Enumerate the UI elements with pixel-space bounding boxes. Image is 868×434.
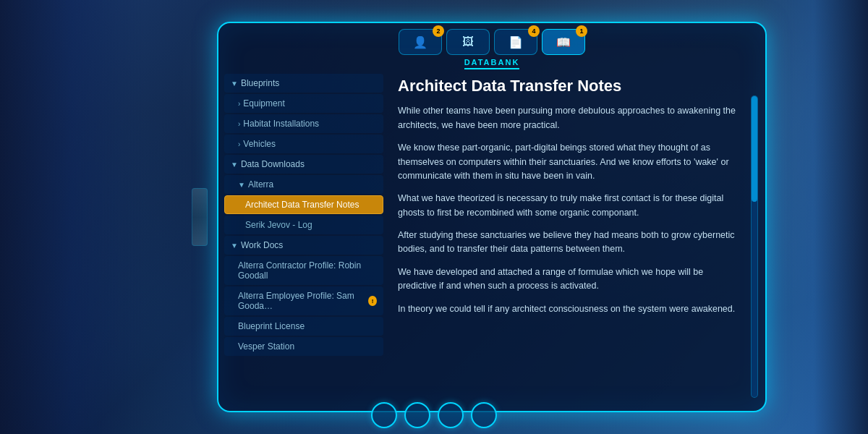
tab-documents[interactable]: 📄 4 bbox=[494, 29, 537, 55]
sidebar-item-architect-notes[interactable]: Architect Data Transfer Notes bbox=[224, 195, 383, 214]
vesper-label: Vesper Station bbox=[238, 341, 294, 352]
data-downloads-arrow-icon: ▼ bbox=[231, 161, 238, 169]
characters-icon: 👤 bbox=[413, 35, 427, 49]
document-content: Architect Data Transfer Notes While othe… bbox=[389, 74, 760, 405]
blueprints-arrow-icon: ▼ bbox=[231, 80, 238, 88]
alterra-label: Alterra bbox=[248, 179, 273, 190]
equipment-label: Equipment bbox=[243, 98, 284, 109]
scroll-track[interactable] bbox=[751, 95, 758, 398]
document-title: Architect Data Transfer Notes bbox=[398, 77, 754, 95]
vehicles-label: Vehicles bbox=[243, 139, 276, 149]
right-blur-overlay bbox=[760, 0, 868, 434]
sidebar-item-alterra[interactable]: ▼ Alterra bbox=[224, 175, 383, 194]
blueprints-label: Blueprints bbox=[241, 78, 279, 88]
databank-badge: 1 bbox=[576, 25, 587, 37]
bottom-circle-1[interactable] bbox=[371, 402, 397, 428]
bottom-circle-3[interactable] bbox=[438, 402, 464, 428]
doc-paragraph-5: We have developed and attached a range o… bbox=[398, 265, 739, 294]
sidebar-item-vehicles[interactable]: › Vehicles bbox=[224, 135, 383, 153]
characters-badge: 2 bbox=[433, 25, 444, 37]
equipment-arrow-icon: › bbox=[238, 100, 240, 108]
documents-icon: 📄 bbox=[509, 35, 523, 49]
sidebar-item-blueprints[interactable]: ▼ Blueprints bbox=[224, 74, 383, 93]
data-downloads-label: Data Downloads bbox=[241, 159, 305, 169]
tab-characters[interactable]: 👤 2 bbox=[399, 29, 442, 55]
content-area: ▼ Blueprints › Equipment › Habitat Insta… bbox=[218, 69, 765, 411]
databank-label: DATABANK bbox=[464, 58, 520, 69]
doc-paragraph-3: What we have theorized is necessary to t… bbox=[398, 192, 739, 220]
sidebar-item-work-docs[interactable]: ▼ Work Docs bbox=[224, 236, 383, 255]
sidebar-item-blueprint-license[interactable]: Blueprint License bbox=[224, 317, 383, 336]
sidebar-item-sam[interactable]: Alterra Employee Profile: Sam Gooda… ! bbox=[224, 286, 383, 315]
work-docs-label: Work Docs bbox=[241, 240, 283, 250]
doc-paragraph-4: After studying these sanctuaries we beli… bbox=[398, 229, 739, 257]
robin-label: Alterra Contractor Profile: Robin Goodal… bbox=[238, 260, 377, 281]
tab-databank[interactable]: 📖 1 bbox=[542, 29, 585, 55]
databank-icon: 📖 bbox=[556, 35, 571, 49]
sam-label: Alterra Employee Profile: Sam Gooda… bbox=[238, 291, 365, 311]
main-panel: 👤 2 🖼 📄 4 📖 1 DATABANK ▼ Blueprints › bbox=[217, 22, 767, 412]
architect-notes-label: Architect Data Transfer Notes bbox=[245, 200, 359, 210]
scroll-thumb bbox=[752, 96, 757, 202]
sidebar-item-serik-log[interactable]: Serik Jevov - Log bbox=[224, 216, 383, 234]
doc-paragraph-6: In theory we could tell if any architect… bbox=[398, 302, 739, 316]
serik-log-label: Serik Jevov - Log bbox=[245, 220, 312, 230]
doc-paragraph-2: We know these part-organic, part-digital… bbox=[398, 141, 739, 183]
bottom-circles bbox=[371, 402, 497, 428]
tab-bar: 👤 2 🖼 📄 4 📖 1 bbox=[218, 23, 765, 55]
alterra-arrow-icon: ▼ bbox=[238, 181, 245, 189]
databank-label-row: DATABANK bbox=[218, 55, 765, 69]
sidebar-item-data-downloads[interactable]: ▼ Data Downloads bbox=[224, 155, 383, 174]
sidebar-item-habitat[interactable]: › Habitat Installations bbox=[224, 114, 383, 133]
sam-new-badge: ! bbox=[368, 296, 377, 306]
habitat-arrow-icon: › bbox=[238, 120, 240, 128]
blueprint-license-label: Blueprint License bbox=[238, 321, 305, 331]
sidebar-item-robin[interactable]: Alterra Contractor Profile: Robin Goodal… bbox=[224, 256, 383, 285]
sidebar-item-equipment[interactable]: › Equipment bbox=[224, 94, 383, 113]
doc-paragraph-1: While other teams have been pursuing mor… bbox=[398, 104, 739, 132]
sidebar: ▼ Blueprints › Equipment › Habitat Insta… bbox=[224, 74, 383, 405]
work-docs-arrow-icon: ▼ bbox=[231, 242, 238, 250]
panel-handle bbox=[192, 188, 208, 246]
document-body[interactable]: While other teams have been pursuing mor… bbox=[398, 104, 754, 393]
gallery-icon: 🖼 bbox=[462, 35, 474, 48]
tab-gallery[interactable]: 🖼 bbox=[446, 29, 490, 55]
bottom-circle-4[interactable] bbox=[471, 402, 497, 428]
vehicles-arrow-icon: › bbox=[238, 140, 240, 148]
left-blur-overlay bbox=[0, 0, 145, 434]
sidebar-item-vesper[interactable]: Vesper Station bbox=[224, 337, 383, 356]
habitat-label: Habitat Installations bbox=[243, 119, 319, 129]
documents-badge: 4 bbox=[528, 25, 540, 37]
bottom-circle-2[interactable] bbox=[404, 402, 430, 428]
